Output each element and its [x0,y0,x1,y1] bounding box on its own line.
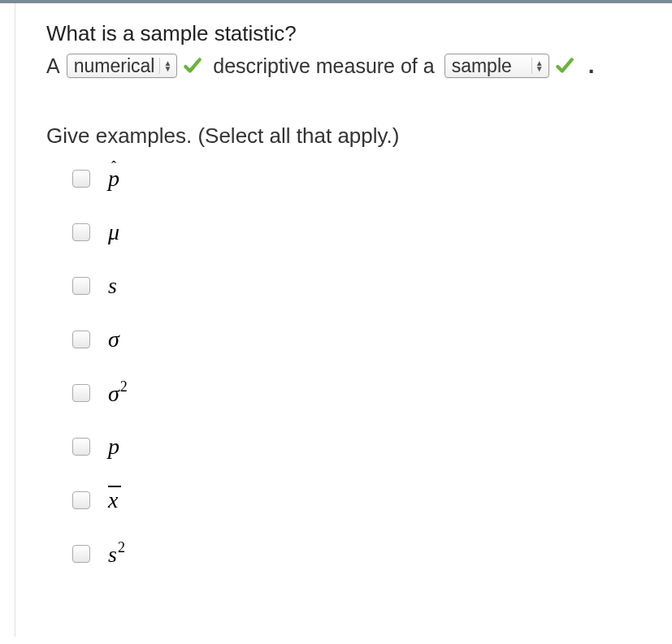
select-sample-value: sample [452,55,517,77]
checkbox-s[interactable] [72,277,90,295]
symbol-sigma-sq: σ2 [108,381,127,405]
options-list: ˆp μ s σ σ2 p x s2 [72,157,672,576]
select-numerical-value: numerical [74,55,160,77]
option-sigma: σ [72,318,672,361]
symbol-p: p [108,435,119,458]
option-s-sq: s2 [72,532,672,576]
checkbox-s-sq[interactable] [72,545,90,563]
select-arrows-icon: ▲▼ [531,58,544,74]
question-1-title: What is a sample statistic? [46,21,672,46]
symbol-p-hat: ˆp [108,167,119,190]
check-icon [554,55,575,76]
symbol-s: s [108,274,117,297]
checkbox-x-bar[interactable] [72,491,90,509]
checkbox-sigma-sq[interactable] [72,384,90,402]
select-sample[interactable]: sample ▲▼ [444,54,549,78]
select-numerical[interactable]: numerical ▲▼ [67,54,178,78]
middle-text: descriptive measure of a [208,54,439,78]
checkbox-p-hat[interactable] [72,170,90,188]
check-icon [182,55,203,76]
option-s: s [72,264,672,308]
sentence-period: . [580,53,595,79]
question-content: What is a sample statistic? A numerical … [15,3,672,637]
prefix-a: A [46,54,62,78]
symbol-s-sq: s2 [108,542,124,566]
option-x-bar: x [72,478,672,522]
checkbox-mu[interactable] [72,223,90,241]
question-2-prompt: Give examples. (Select all that apply.) [46,123,672,149]
question-1-sentence: A numerical ▲▼ descriptive measure of a … [46,53,672,79]
option-p-hat: ˆp [72,157,672,201]
checkbox-p[interactable] [72,438,90,456]
checkbox-sigma[interactable] [72,331,90,348]
symbol-mu: μ [108,221,119,244]
option-mu: μ [72,210,672,254]
option-p: p [72,425,672,469]
symbol-sigma: σ [108,328,119,351]
select-arrows-icon: ▲▼ [159,58,171,74]
option-sigma-sq: σ2 [72,371,672,415]
symbol-x-bar: x [108,489,118,512]
